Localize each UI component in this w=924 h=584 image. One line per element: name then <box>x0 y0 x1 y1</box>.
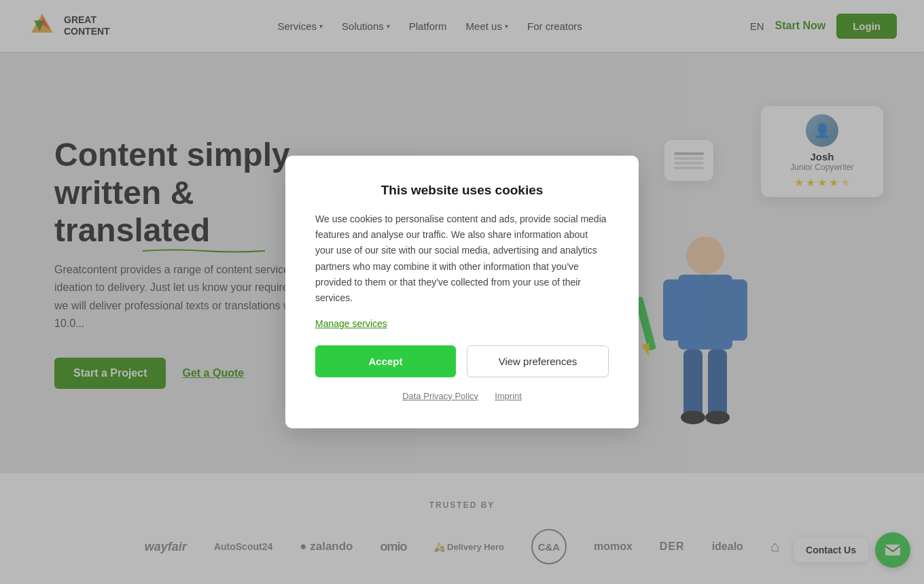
data-privacy-link[interactable]: Data Privacy Policy <box>402 391 478 401</box>
cookie-modal-buttons: Accept View preferences <box>315 345 609 377</box>
cookie-modal-body: We use cookies to personalise content an… <box>315 211 609 306</box>
accept-cookies-button[interactable]: Accept <box>315 345 456 377</box>
imprint-link[interactable]: Imprint <box>495 391 522 401</box>
manage-services-link[interactable]: Manage services <box>315 318 609 329</box>
view-preferences-button[interactable]: View preferences <box>467 345 609 377</box>
cookie-modal-footer: Data Privacy Policy Imprint <box>315 391 609 401</box>
cookie-modal-overlay: This website uses cookies We use cookies… <box>0 0 924 584</box>
cookie-modal: This website uses cookies We use cookies… <box>285 156 639 428</box>
cookie-modal-title: This website uses cookies <box>315 183 609 198</box>
